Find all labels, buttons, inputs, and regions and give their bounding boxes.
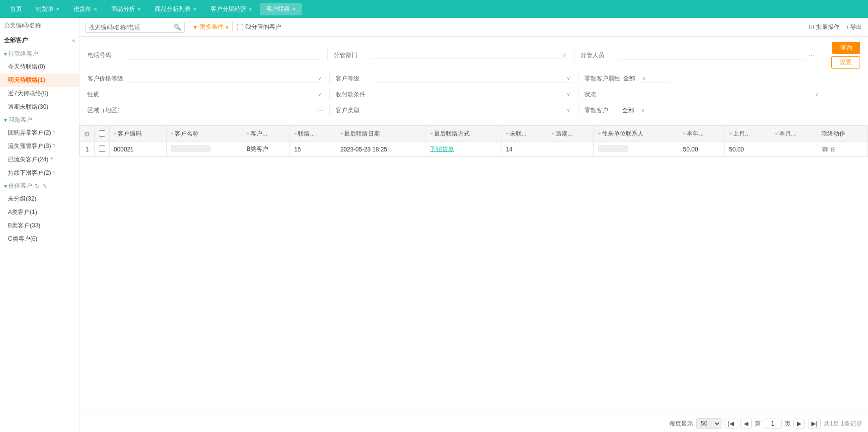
row-this-month: [771, 142, 817, 157]
nav-customer-contact[interactable]: 客户联络 ✕: [260, 3, 302, 15]
nav-purchase[interactable]: 进货单 ✕: [68, 3, 103, 15]
person-dots-icon[interactable]: ···: [808, 51, 814, 59]
col-checkbox[interactable]: [95, 126, 110, 142]
contact-icon[interactable]: ☎: [821, 146, 829, 153]
person-input[interactable]: [618, 51, 806, 60]
last-page-button[interactable]: ▶|: [808, 419, 821, 429]
value-level-select[interactable]: ∨: [126, 74, 323, 82]
page-size-select[interactable]: 50 100: [696, 418, 722, 429]
set-button[interactable]: 设置: [831, 56, 860, 69]
nav-customer-segmentation[interactable]: 客户分层经营 ✕: [205, 3, 258, 15]
sidebar-item-class-c[interactable]: C类客户(6): [0, 232, 79, 246]
row-last-month: 50.00: [725, 142, 771, 157]
filter-panel: 电话号码 分管部门 ∨ 分管人员 ···: [79, 37, 868, 126]
nav-sales-close[interactable]: ✕: [56, 6, 60, 12]
retail-attr-select[interactable]: ∨: [640, 74, 670, 82]
export-icon: ↑: [846, 24, 849, 31]
status-select[interactable]: ∨: [622, 90, 820, 98]
export-button[interactable]: ↑ 导出: [846, 23, 862, 31]
row-last-date: 2023-05-23 18:25:: [336, 142, 426, 157]
row-code: 000021: [110, 142, 167, 157]
nav-customer-contact-close[interactable]: ✕: [292, 6, 296, 12]
problem-customers-label: 问题客户: [8, 116, 32, 124]
row-select-checkbox[interactable]: [99, 145, 105, 152]
nav-product-list-close[interactable]: ✕: [193, 6, 197, 12]
query-button[interactable]: 查询: [832, 42, 860, 54]
customer-level-select[interactable]: ∨: [373, 74, 572, 82]
page-label: 第: [755, 420, 761, 428]
nav-product-analysis-label: 商品分析: [111, 5, 135, 13]
row-checkbox[interactable]: [95, 142, 110, 157]
table-header-row: ⚙ ≡客户编码 ≡客户名称 ≡客户... ≡联络... ≡最后联络日期 ≡最后联…: [80, 126, 868, 142]
filter-status: 状态 ∨: [584, 90, 820, 99]
sidebar-item-declining[interactable]: 持续下滑客户(2) ?: [0, 166, 79, 180]
nav-home[interactable]: 首页: [4, 3, 28, 15]
class-a-label: A类客户(1): [8, 209, 37, 216]
first-page-button[interactable]: |◀: [724, 419, 737, 429]
prev-page-button[interactable]: ◀: [740, 419, 752, 429]
payment-select[interactable]: ∨: [373, 90, 572, 98]
nav-product-analysis-close[interactable]: ✕: [137, 6, 141, 12]
customer-type-select[interactable]: ∨: [373, 106, 572, 114]
sidebar-item-class-b[interactable]: B类客户(33): [0, 219, 79, 232]
sidebar-item-today[interactable]: 今天待联络(0): [0, 60, 79, 73]
nav-product-list[interactable]: 商品分析列表 ✕: [149, 3, 203, 15]
nav-purchase-close[interactable]: ✕: [93, 6, 97, 12]
retail-select[interactable]: ∨: [639, 106, 669, 114]
sidebar-search-input[interactable]: [4, 22, 78, 29]
area-dots-icon[interactable]: ···: [318, 106, 324, 114]
declining-label: 持续下滑客户(2): [8, 169, 51, 176]
col-setting[interactable]: ⚙: [80, 126, 95, 142]
retail-chevron-icon: ∨: [641, 107, 645, 113]
filter-row-1: 电话号码 分管部门 ∨ 分管人员 ···: [87, 42, 860, 69]
phone-input[interactable]: [125, 51, 321, 60]
sidebar-item-tomorrow[interactable]: 明天待联络(1): [0, 73, 79, 87]
setting-icon[interactable]: ⚙: [84, 130, 90, 138]
dept-select[interactable]: ∨: [371, 51, 568, 59]
unit-contact-value: [598, 145, 628, 152]
select-all-checkbox[interactable]: [99, 130, 105, 137]
page-number-input[interactable]: [764, 419, 782, 429]
search-icon[interactable]: 🔍: [174, 24, 181, 31]
my-customers-checkbox[interactable]: [237, 24, 243, 30]
export-label: 导出: [850, 23, 862, 31]
row-action[interactable]: ☎ ⊞: [817, 142, 868, 157]
col-unlinked: ≡未联...: [502, 126, 548, 142]
col-action: 联络动作: [817, 126, 868, 142]
sidebar-item-churned[interactable]: 已流失客户(24) ?: [0, 153, 79, 166]
all-customers-header[interactable]: 全部客户 «: [0, 33, 79, 48]
sidebar-item-7days[interactable]: 近7天待联络(0): [0, 87, 79, 100]
more-filter-button[interactable]: ▼ 更多条件 ∧: [189, 21, 233, 33]
col-overdue: ≡逾期...: [548, 126, 594, 142]
sidebar-item-abnormal[interactable]: 回购异常客户(2) ?: [0, 126, 79, 140]
next-page-button[interactable]: ▶: [794, 419, 805, 429]
sidebar-item-ungrouped[interactable]: 未分组(32): [0, 192, 79, 206]
churned-label: 已流失客户(24): [8, 156, 48, 163]
filter-retail: 零散客户 全部 ∨: [584, 106, 820, 115]
nav-product-analysis[interactable]: 商品分析 ✕: [105, 3, 147, 15]
filter-retail-attr: 零散客户属性 全部 ∨: [584, 74, 820, 83]
row-unit-contact: [594, 142, 679, 157]
grid-icon[interactable]: ⊞: [831, 146, 836, 153]
sidebar-item-overdue[interactable]: 逾期未联络(30): [0, 100, 79, 114]
search-input[interactable]: [89, 24, 172, 31]
filter-row-3: 性质 ∨ 收付款条件 ∨ 状态: [87, 88, 860, 100]
area-input[interactable]: [126, 106, 315, 115]
payment-chevron-icon: ∨: [567, 91, 570, 97]
all-customers-label: 全部客户: [4, 36, 28, 45]
row-last-method[interactable]: 下销货单: [426, 142, 502, 157]
filter-phone: 电话号码: [87, 51, 321, 60]
customer-type-label: 客户类型: [336, 106, 370, 115]
sidebar-item-class-a[interactable]: A类客户(1): [0, 206, 79, 219]
7days-label: 近7天待联络(0): [8, 90, 48, 97]
nav-customer-segmentation-close[interactable]: ✕: [248, 6, 252, 12]
nature-select[interactable]: ∨: [125, 90, 323, 98]
my-customers-checkbox-area[interactable]: 我分管的客户: [237, 23, 281, 31]
bulk-ops-button[interactable]: ☑ 批量操作: [809, 23, 840, 31]
sidebar-item-churn-warning[interactable]: 流失预警客户(3) ?: [0, 140, 79, 153]
col-this-year: ≡本年...: [679, 126, 725, 142]
row-contact-count: 15: [290, 142, 336, 157]
last-method-link[interactable]: 下销货单: [430, 145, 454, 152]
nav-sales[interactable]: 销货单 ✕: [30, 3, 66, 15]
table-row: 1 000021 B类客户 15 2023-05-23 18:25: 下销货单 …: [80, 142, 868, 157]
